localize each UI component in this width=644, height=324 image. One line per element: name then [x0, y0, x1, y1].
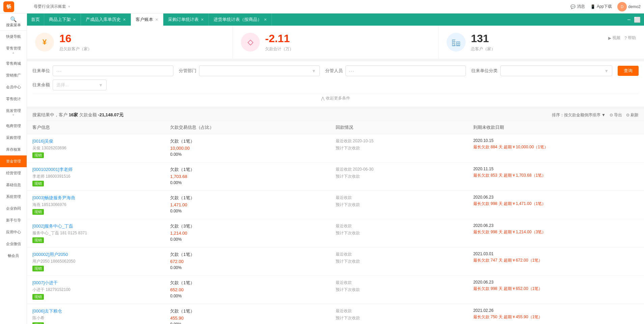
download-icon: 📱 — [590, 4, 595, 9]
recovery-last-date: 最近收款 — [336, 195, 473, 201]
tab-purchase-stats[interactable]: 采购订单统计表 ✕ — [163, 13, 209, 26]
result-bar: 搜索结果中，客户 16家 欠款金额 -21,148.07元 排序：按欠款金额倒序… — [27, 109, 644, 121]
sort-control[interactable]: 排序：按欠款金额倒序排序 ▼ — [552, 112, 606, 118]
filter-person-input[interactable]: ··· — [345, 65, 466, 76]
sidebar-item-quick-nav[interactable]: 快捷导航 — [0, 31, 27, 42]
user-profile[interactable]: D demo2 — [617, 2, 641, 11]
sidebar-item-finance[interactable]: 资金管理 — [0, 155, 27, 167]
customer-info: 陈小希 — [32, 315, 170, 321]
sidebar-item-system-mgmt[interactable]: 系统管理 — [0, 191, 27, 203]
sidebar-item-畅会员[interactable]: 畅会员 — [0, 250, 27, 262]
filter-unit-type-input[interactable]: ▼ — [500, 65, 612, 76]
message-label: 消息 — [577, 4, 585, 9]
message-button[interactable]: 💬 消息 — [570, 4, 585, 9]
tab-actions: – ⬜ — [626, 16, 644, 24]
col-recovery: 最近收款 2020-10-15 预计下次收款 — [336, 138, 473, 151]
collapse-button[interactable]: ⋀ 收起更多条件 — [32, 94, 639, 102]
table-row: [000002]用户2050 用户2050 18665062050 现销 欠款（… — [27, 247, 644, 276]
tab-import-stats-close-icon[interactable]: ✕ — [264, 18, 267, 22]
overdue-date: 2020.06.23 — [473, 223, 639, 228]
stat-label-1: 总欠款客户（家） — [59, 46, 224, 52]
app-download-button[interactable]: 📱 App下载 — [590, 4, 612, 9]
overdue-detail: 最长欠款 884 天 超期￥10,000.00（1笔） — [473, 144, 639, 150]
sidebar-item-enterprise-collab[interactable]: 企业协同 — [0, 203, 27, 214]
export-button[interactable]: ⊙ 导出 — [610, 112, 622, 118]
overdue-detail: 最长欠款 853 天 超期￥1,703.68（1笔） — [473, 173, 639, 178]
tab-production-history[interactable]: 产成品入库单历史 ✕ — [81, 13, 131, 26]
tab-product-offline[interactable]: 商品上下架 ✕ — [44, 13, 81, 26]
sidebar-item-purchase-mgmt[interactable]: 采购管理 — [0, 132, 27, 144]
sidebar-item-inventory[interactable]: 库存核算 — [0, 144, 27, 155]
tab-maximize-icon[interactable]: ⬜ — [633, 16, 642, 24]
tab-home[interactable]: 首页 — [27, 13, 44, 26]
overdue-detail: 最长欠款 998 天 超期￥652.00（1笔） — [473, 286, 639, 292]
tab-customer-account[interactable]: 客户账本 ✕ — [131, 13, 163, 26]
filter-balance-input[interactable]: 选择... ▼ — [53, 80, 107, 90]
col-debt: 欠款（1笔） 1,471.00 0.00% — [170, 195, 335, 213]
sidebar-item-member-center[interactable]: 会员中心 — [0, 81, 27, 93]
sidebar-item-ops-mgmt[interactable]: 经营管理 — [0, 167, 27, 179]
customer-info: 小进干 18279152100 — [32, 287, 170, 293]
sidebar-item-retail-stats[interactable]: 零售统计 — [0, 93, 27, 105]
sidebar-search[interactable]: 🔍 搜索菜单 — [0, 13, 27, 31]
table-body: [0016]吴俊 吴俊 13026203696 现销 欠款（1笔） 10,000… — [27, 134, 644, 324]
debt-percent: 0.00% — [170, 152, 335, 157]
sidebar-item-retail-mgmt[interactable]: 零售管理 ▲ — [0, 42, 27, 58]
retail-mgmt-arrow-icon: ▲ — [12, 51, 15, 54]
sidebar-item-retail-mall[interactable]: 零售商城 — [0, 58, 27, 69]
filter-balance-arrow-icon: ▼ — [99, 83, 103, 88]
sidebar-item-marketing[interactable]: 营销推广 — [0, 69, 27, 81]
tab-purchase-stats-close-icon[interactable]: ✕ — [201, 18, 204, 22]
table-row: [0016]吴俊 吴俊 13026203696 现销 欠款（1笔） 10,000… — [27, 134, 644, 163]
app-selector[interactable]: 母婴行业演示账套 ▼ — [30, 4, 570, 9]
customer-name[interactable]: [0016]吴俊 — [32, 138, 170, 144]
customer-badge: 现销 — [32, 322, 44, 324]
sidebar-item-new-guide[interactable]: 新手引导 — [0, 214, 27, 226]
header-customer: 客户信息 — [32, 124, 170, 130]
filter-dept-input[interactable]: ▼ — [199, 65, 320, 76]
sidebar-item-enterprise-wechat[interactable]: 企业微信 — [0, 238, 27, 250]
customer-badge: 现销 — [32, 294, 44, 300]
tab-import-stats[interactable]: 进货单统计表（按商品） ✕ — [209, 13, 272, 26]
tab-import-stats-label: 进货单统计表（按商品） — [214, 17, 262, 23]
query-button[interactable]: 查询 — [618, 66, 639, 76]
table-row: [0002]服务中心_丁磊 服务中心_丁磊 181 0125 8371 现销 欠… — [27, 219, 644, 247]
right-panel: 首页 商品上下架 ✕ 产成品入库单历史 ✕ 客户账本 ✕ 采购订单统计表 ✕ — [27, 13, 644, 324]
col-overdue: 2020.10.15 最长欠款 884 天 超期￥10,000.00（1笔） — [473, 138, 639, 150]
debt-amount: 1,703.68 — [170, 174, 335, 179]
svg-rect-10 — [457, 44, 458, 45]
customer-name[interactable]: [0001020001]李老师 — [32, 167, 170, 173]
col-overdue: 2021.03.01 最长欠款 747 天 超期￥672.00（1笔） — [473, 252, 639, 263]
debt-count: 欠款（1笔） — [170, 280, 335, 286]
tab-product-offline-close-icon[interactable]: ✕ — [73, 18, 76, 22]
customer-name[interactable]: [0002]服务中心_丁磊 — [32, 223, 170, 229]
tab-minimize-icon[interactable]: – — [626, 16, 632, 23]
tab-production-history-close-icon[interactable]: ✕ — [123, 18, 126, 22]
customer-name[interactable]: [0003]畅捷服务尹海燕 — [32, 195, 170, 201]
video-link[interactable]: ▶ 视频 — [608, 35, 620, 41]
filter-from-unit-input[interactable]: ··· — [53, 65, 173, 76]
help-link[interactable]: ? 帮助 — [624, 35, 636, 41]
customer-name[interactable]: [0006]去下粮仓 — [32, 308, 170, 314]
overdue-date: 2021.03.01 — [473, 252, 639, 256]
col-debt: 欠款（1笔） 652.00 0.00% — [170, 280, 335, 298]
sidebar-item-batch-mgmt[interactable]: 批发管理 ▼ — [0, 105, 27, 120]
table-row: [0007]小进干 小进干 18279152100 现销 欠款（1笔） 652.… — [27, 276, 644, 304]
sidebar-item-basic-info[interactable]: 基础信息 — [0, 179, 27, 191]
content-area: ¥ 16 总欠款客户（家） ◇ -2.11 欠款合计（万） — [27, 26, 644, 324]
col-customer: [0001020001]李老师 李老师 18600391516 现销 — [32, 167, 170, 186]
recovery-next: 预计下次收款 — [336, 202, 473, 208]
customer-name[interactable]: [000002]用户2050 — [32, 252, 170, 258]
refresh-button[interactable]: ⊙ 刷新 — [626, 112, 639, 118]
app-selector-text: 母婴行业演示账套 — [34, 4, 66, 9]
customer-name[interactable]: [0007]小进干 — [32, 280, 170, 286]
sidebar-item-ecommerce[interactable]: 电商管理 — [0, 120, 27, 132]
debt-count: 欠款（1笔） — [170, 138, 335, 144]
recovery-last-date: 最近收款 — [336, 223, 473, 229]
sidebar-item-app-center[interactable]: 应用中心 — [0, 226, 27, 238]
tab-bar: 首页 商品上下架 ✕ 产成品入库单历史 ✕ 客户账本 ✕ 采购订单统计表 ✕ — [27, 13, 644, 26]
tab-customer-account-close-icon[interactable]: ✕ — [155, 18, 158, 22]
result-count: 16家 — [69, 112, 78, 117]
table-row: [0003]畅捷服务尹海燕 海燕 18513066976 现销 欠款（1笔） 1… — [27, 191, 644, 219]
stat-icon-diamond: ◇ — [241, 33, 260, 52]
